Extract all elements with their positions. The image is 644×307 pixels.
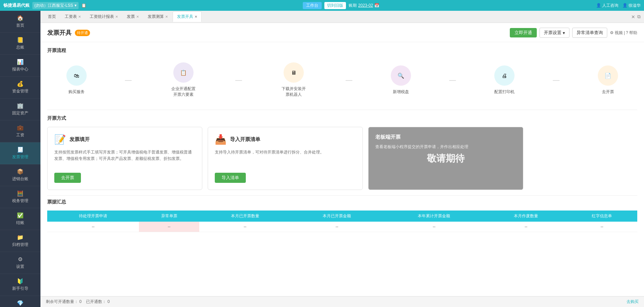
import-title: 导入开票清单: [230, 136, 260, 143]
company-selector[interactable]: (勿动）江西服宝-LSS ▾: [32, 2, 79, 9]
abnormal-query-button[interactable]: 异常清单查询: [572, 28, 607, 38]
copy-icon[interactable]: 📋: [81, 3, 86, 8]
tab-salary[interactable]: 工资表 ✕: [61, 12, 85, 22]
add-disk-icon: 🔍: [391, 65, 411, 86]
member-icon: 💎: [17, 300, 24, 306]
invoice-methods: 📝 发票填开 支持按照发票样式手工填写开发票；可开具增值税电子普通发票、增值税普…: [47, 127, 637, 190]
guide-icon: 🔰: [17, 278, 24, 284]
sidebar-item-member[interactable]: 💎 畅会员: [0, 296, 40, 307]
old-client-desc: 查看老板端小程序提交的开票申请，并作出相应处理: [375, 144, 516, 150]
sidebar-label-invoice-mgmt: 发票管理: [12, 154, 28, 160]
open-settings-button[interactable]: 开票设置 ▾: [539, 28, 569, 38]
remaining-value: 0: [79, 299, 82, 304]
opened-value: 0: [108, 299, 110, 304]
col-pending: 待处理开票申请: [47, 211, 139, 222]
tab-salary-report[interactable]: 工资统计报表 ✕: [86, 12, 122, 22]
sidebar-item-archive[interactable]: 📁 归档管理: [0, 230, 40, 252]
svg-text:🖨: 🖨: [502, 73, 507, 79]
view-label: 视频: [615, 30, 623, 36]
manual-icon: 📝: [54, 134, 66, 145]
invoice-mgmt-icon: 🧾: [17, 146, 24, 153]
page-title: 发票开具: [47, 29, 71, 37]
settings-help[interactable]: ⚙ 视频 | ? 帮助: [610, 30, 637, 36]
sidebar-label-funds: 资金管理: [12, 88, 28, 94]
status-badge: 待开通: [75, 30, 90, 36]
sidebar-item-reports[interactable]: 📊 报表中心: [0, 55, 40, 77]
printer-icon: 🖨: [494, 65, 515, 86]
sidebar-label-settings: 设置: [16, 264, 24, 270]
col-void-qty: 本月作废数量: [485, 211, 566, 222]
sidebar: 🏠 首页 📒 总账 📊 报表中心 💰 资金管理 🏢 固定资产 💼 工资 🧾 发票…: [0, 11, 40, 307]
close-all-tabs[interactable]: ✕: [631, 14, 635, 20]
period-value[interactable]: 2023-02: [358, 3, 373, 8]
arrow-4: —: [449, 76, 456, 84]
close-invoice-tab[interactable]: ✕: [136, 15, 139, 19]
flow-step-printer[interactable]: 🖨 配置打印机: [494, 65, 515, 95]
period-info: 账期 2023-02 📅: [349, 3, 379, 8]
customer-service[interactable]: 👤 人工咨询: [596, 3, 618, 8]
tab-salary-report-label: 工资统计报表: [90, 14, 114, 20]
user-name: 徐溢华: [628, 3, 641, 8]
buy-link[interactable]: 去购买: [626, 299, 639, 305]
tab-bar: 首页 工资表 ✕ 工资统计报表 ✕ 发票 ✕ 发票测算 ✕ 发票开具 ✕: [40, 11, 644, 23]
workspace-button[interactable]: 工作台: [303, 2, 322, 9]
salary-icon: 💼: [17, 124, 24, 131]
go-invoice-button[interactable]: 去开票: [54, 173, 81, 183]
content-area: 首页 工资表 ✕ 工资统计报表 ✕ 发票 ✕ 发票测算 ✕ 发票开具 ✕: [40, 11, 644, 307]
settlement-icon: ✅: [17, 212, 24, 219]
flow-step-add-disk[interactable]: 🔍 新增税盘: [391, 65, 411, 95]
flow-step-buy-service[interactable]: 🛍 购买服务: [66, 65, 87, 95]
manual-invoice-card: 📝 发票填开 支持按照发票样式手工填写开发票；可开具增值税电子普通发票、增值税普…: [47, 127, 202, 190]
tab-invoice-calc[interactable]: 发票测算 ✕: [144, 12, 172, 22]
svg-text:📋: 📋: [180, 69, 187, 76]
close-salary-tab[interactable]: ✕: [78, 15, 81, 19]
import-invoice-card: 📥 导入开票清单 支持导入待开票清单，可对待开票清单进行拆分、合并处理。 导入清…: [208, 127, 363, 190]
close-salary-report-tab[interactable]: ✕: [115, 15, 118, 19]
sidebar-label-guide: 新手引导: [12, 286, 28, 291]
bottom-bar: 剩余可开通数量： 0 已开通数： 0 去购买: [40, 296, 644, 307]
col-red-note: 红字信息单: [566, 211, 637, 222]
summary-table: 待处理开票申请 异常单票 本月已开票数量 本月已开票金额 本年累计开票金额 本月…: [47, 211, 637, 232]
archive-icon: 📁: [17, 234, 24, 241]
page-header-actions: 立即开通 开票设置 ▾ 异常清单查询 ⚙ 视频 | ? 帮助: [510, 28, 637, 38]
tab-invoice[interactable]: 发票 ✕: [123, 12, 143, 22]
purchase-sales-icon: 📦: [17, 168, 24, 175]
user-info[interactable]: 👤 徐溢华: [622, 3, 641, 8]
download-label: 下载并安装开票机器人: [280, 86, 307, 97]
sidebar-item-assets[interactable]: 🏢 固定资产: [0, 99, 40, 120]
buy-service-label: 购买服务: [68, 89, 85, 95]
summary-title: 票据汇总: [47, 199, 637, 205]
settings-icon: ⚙: [18, 256, 23, 262]
sidebar-item-invoice-mgmt[interactable]: 🧾 发票管理: [0, 142, 40, 164]
open-now-button[interactable]: 立即开通: [510, 28, 537, 37]
col-abnormal: 异常单票: [139, 211, 199, 222]
sidebar-item-funds[interactable]: 💰 资金管理: [0, 77, 40, 99]
flow-title: 开票流程: [47, 48, 637, 54]
sidebar-item-settings[interactable]: ⚙ 设置: [0, 252, 40, 274]
svg-text:🖥: 🖥: [291, 70, 296, 76]
sidebar-item-accounting[interactable]: 📒 总账: [0, 33, 40, 55]
tab-actions: ✕ ⧉: [631, 14, 641, 20]
close-invoice-calc-tab[interactable]: ✕: [165, 15, 168, 19]
help-label: 帮助: [629, 30, 637, 36]
sidebar-item-home[interactable]: 🏠 首页: [0, 11, 40, 33]
flow-step-config[interactable]: 📋 企业开通配置开票六要素: [170, 62, 197, 97]
sidebar-item-settlement[interactable]: ✅ 结账: [0, 208, 40, 230]
close-invoice-tool-tab[interactable]: ✕: [195, 15, 197, 19]
sidebar-item-purchase-sales[interactable]: 📦 进销台账: [0, 164, 40, 186]
import-list-button[interactable]: 导入清单: [215, 173, 246, 183]
gear-icon: ⚙: [610, 30, 614, 35]
tab-invoice-tool[interactable]: 发票开具 ✕: [173, 11, 202, 22]
tab-invoice-tool-label: 发票开具: [177, 14, 193, 20]
import-card-header: 📥 导入开票清单: [215, 134, 356, 145]
flow-step-download[interactable]: 🖥 下载并安装开票机器人: [280, 62, 307, 97]
sidebar-label-reports: 报表中心: [12, 66, 28, 72]
old-version-button[interactable]: 切到旧版: [324, 2, 346, 9]
summary-header-row: 待处理开票申请 异常单票 本月已开票数量 本月已开票金额 本年累计开票金额 本月…: [47, 211, 637, 222]
restore-tabs[interactable]: ⧉: [637, 14, 641, 20]
sidebar-item-guide[interactable]: 🔰 新手引导: [0, 274, 40, 296]
sidebar-item-tax[interactable]: 🧮 税务管理: [0, 186, 40, 208]
sidebar-item-salary[interactable]: 💼 工资: [0, 120, 40, 142]
flow-step-invoice[interactable]: 📄 去开票: [598, 65, 618, 95]
tab-home[interactable]: 首页: [44, 12, 60, 22]
